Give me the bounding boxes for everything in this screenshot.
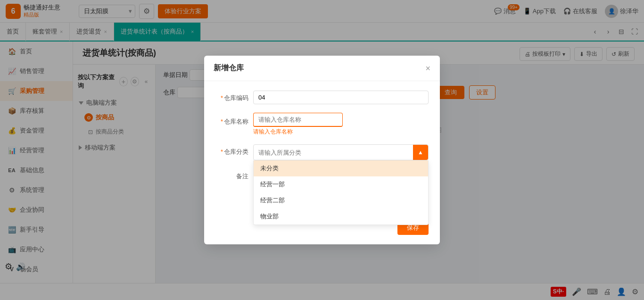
category-form-row: 仓库分类 ▲ 未分类 经营一部 经营二部 物业部 [215, 144, 429, 160]
category-field: ▲ 未分类 经营一部 经营二部 物业部 [253, 144, 429, 160]
name-label: 仓库名称 [215, 114, 253, 126]
category-dropdown-toggle[interactable]: ▲ [413, 145, 428, 160]
code-label: 仓库编码 [215, 91, 253, 102]
cat-option-unclassified[interactable]: 未分类 [254, 160, 428, 176]
cat-option-dept2[interactable]: 经营二部 [254, 192, 428, 208]
category-input[interactable] [254, 146, 413, 159]
code-form-row: 仓库编码 [215, 91, 429, 104]
category-input-wrap: ▲ [253, 144, 429, 160]
modal-body: 仓库编码 仓库名称 请输入仓库名称 仓库分类 ▲ [204, 81, 440, 215]
modal-title: 新增仓库 [214, 63, 244, 73]
cat-option-dept1[interactable]: 经营一部 [254, 176, 428, 192]
name-form-row: 仓库名称 请输入仓库名称 [215, 113, 429, 136]
name-input[interactable] [253, 113, 343, 127]
code-input[interactable] [253, 91, 429, 104]
cat-option-property[interactable]: 物业部 [254, 208, 428, 225]
new-warehouse-modal: 新增仓库 × 仓库编码 仓库名称 请输入仓库名称 仓库分类 [204, 56, 440, 244]
name-field-row: 仓库名称 [215, 113, 343, 127]
modal-header: 新增仓库 × [204, 56, 440, 81]
category-dropdown: 未分类 经营一部 经营二部 物业部 [253, 160, 429, 225]
modal-close-button[interactable]: × [425, 64, 430, 73]
remark-label: 备注 [215, 169, 253, 181]
category-label: 仓库分类 [215, 144, 253, 156]
name-error-message: 请输入仓库名称 [253, 128, 293, 136]
modal-overlay[interactable]: 新增仓库 × 仓库编码 仓库名称 请输入仓库名称 仓库分类 [0, 0, 644, 300]
